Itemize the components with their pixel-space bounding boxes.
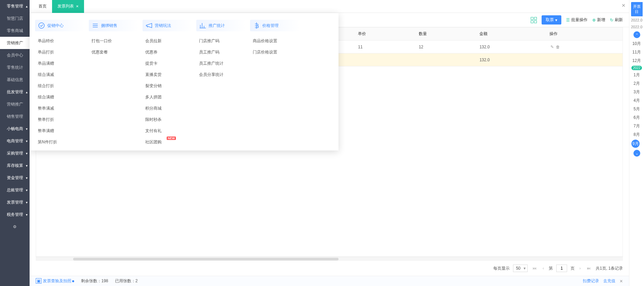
mega-item[interactable]: 员工推广码	[196, 47, 246, 58]
rail-month[interactable]: 1月	[631, 71, 642, 79]
prev-page-button[interactable]: ‹	[541, 266, 545, 271]
svg-point-0	[39, 23, 45, 29]
recharge-link[interactable]: 去充值	[603, 278, 615, 284]
sidebar-item-tax[interactable]: 税务管理▾	[0, 208, 30, 221]
mega-item[interactable]: 单品打折	[35, 47, 85, 58]
chevron-up-icon: ▴	[26, 4, 28, 8]
mega-item[interactable]: 组合满赠	[35, 92, 85, 103]
mega-item[interactable]: 组合满减	[35, 69, 85, 80]
rail-date-1[interactable]: 2022.0	[631, 17, 643, 23]
last-page-button[interactable]: ⏭	[585, 266, 592, 271]
sidebar-item-ws-marketing[interactable]: 营销推广	[0, 98, 30, 110]
sidebar-item-member[interactable]: 会员中心	[0, 49, 30, 61]
sidebar-item-invoice[interactable]: 发票管理▾	[0, 196, 30, 208]
mega-item[interactable]: 组合打折	[35, 80, 85, 92]
mega-item[interactable]: 优惠券	[143, 47, 192, 58]
mega-header-stats: 推广统计	[196, 20, 246, 31]
refresh-button[interactable]: ↻刷新	[610, 17, 623, 23]
page-size-select[interactable]: 50	[513, 265, 528, 272]
rail-month[interactable]: 7月	[631, 122, 642, 130]
sidebar-item-ledger[interactable]: 总账管理▾	[0, 184, 30, 196]
rail-month[interactable]: 12月	[631, 57, 642, 65]
rail-month[interactable]: 11月	[631, 48, 642, 57]
mega-item[interactable]: 优惠套餐	[89, 47, 138, 58]
delete-icon[interactable]: 🗑	[556, 45, 560, 49]
sidebar-item-funds[interactable]: 资金管理▾	[0, 172, 30, 184]
deduct-record-link[interactable]: 扣费记录	[583, 278, 599, 284]
close-all-tabs-icon[interactable]: ✕	[622, 3, 626, 8]
mega-item[interactable]: 门店价格设置	[250, 47, 300, 58]
mega-item[interactable]: 会员拉新	[143, 35, 192, 47]
chevron-down-icon: ▾	[26, 152, 28, 155]
per-page-label: 每页显示	[493, 266, 510, 271]
mega-item[interactable]: 提货卡	[143, 58, 192, 69]
mega-item[interactable]: 单品特价	[35, 35, 85, 47]
add-button[interactable]: ⊕新增	[592, 17, 605, 23]
horizontal-scrollbar[interactable]	[36, 257, 623, 261]
rail-month[interactable]: 4月	[631, 96, 642, 105]
mega-item[interactable]: 直播卖货	[143, 69, 192, 80]
mega-col-promotion: 促销中心单品特价单品打折单品满赠组合满减组合打折组合满赠整单满减整单打折整单满赠…	[33, 20, 87, 147]
edit-icon[interactable]: ✎	[550, 45, 554, 49]
cell-qty: 12	[416, 41, 477, 53]
sidebar-item-purchase[interactable]: 采购管理▾	[0, 147, 30, 159]
mega-item[interactable]: 整单打折	[35, 114, 85, 125]
page-total: 共1页, 1条记录	[596, 266, 623, 271]
rail-month[interactable]: 2月	[631, 79, 642, 88]
tab-invoice-list[interactable]: 发票列表✕	[52, 0, 84, 13]
mega-item[interactable]: 商品价格设置	[250, 35, 300, 47]
mega-item[interactable]: 员工推广统计	[196, 58, 246, 69]
rail-month[interactable]: 6月	[631, 113, 642, 122]
scrollbar-thumb[interactable]	[73, 258, 338, 260]
rail-month[interactable]: 3月	[631, 88, 642, 96]
sidebar-item-basic[interactable]: 基础信息	[0, 74, 30, 86]
mega-item[interactable]: 支付有礼	[143, 125, 192, 137]
rail-month[interactable]: 8月	[631, 130, 642, 139]
sidebar-item-ecom[interactable]: 电商管理▾	[0, 135, 30, 147]
mega-item[interactable]: 单品满赠	[35, 58, 85, 69]
verify-link[interactable]: ▣发票查验及拍照	[36, 278, 74, 284]
mega-header-price: 价格管理	[250, 20, 300, 31]
mega-item[interactable]: 整单满赠	[35, 125, 85, 137]
rail-up-icon[interactable]: ⌃	[633, 31, 640, 38]
sidebar-item-retailmall[interactable]: 零售商城	[0, 25, 30, 37]
sidebar-item-inventory[interactable]: 库存核算▾	[0, 159, 30, 172]
mega-item[interactable]: 会员分享统计	[196, 69, 246, 80]
rail-month[interactable]: 5月	[631, 105, 642, 113]
sidebar-group-retail[interactable]: 零售管理▴	[0, 0, 30, 12]
mega-item[interactable]: 门店推广码	[196, 35, 246, 47]
batch-ops-button[interactable]: ☰批量操作	[566, 17, 588, 23]
rail-year-badge: 2022	[631, 66, 642, 70]
date-rail: 开票日 2022.0 2022.0 ⌃ 10月11月12月20221月2月3月4…	[629, 0, 644, 286]
mega-item[interactable]: 限时秒杀	[143, 114, 192, 125]
col-header: 数量	[416, 28, 477, 41]
rail-month[interactable]: 10月	[631, 39, 642, 48]
mega-item[interactable]: 裂变分销	[143, 80, 192, 92]
mega-item[interactable]: 打包一口价	[89, 35, 138, 47]
sidebar-item-smartstore[interactable]: 智慧门店	[0, 12, 30, 25]
sidebar-item-xc-ecom[interactable]: 小畅电商▾	[0, 123, 30, 135]
rail-date-2[interactable]: 2022.0	[631, 24, 643, 30]
mega-item[interactable]: 第N件打折	[35, 137, 85, 148]
close-icon[interactable]: ✕	[76, 4, 79, 8]
fetch-invoice-button[interactable]: 取票▾	[542, 15, 561, 25]
tab-home[interactable]: 首页	[33, 0, 52, 13]
sidebar-item-ws-sales[interactable]: 销售管理	[0, 110, 30, 123]
footer-close-icon[interactable]: ✕	[620, 279, 623, 284]
mega-header-marketing: 营销玩法	[143, 20, 192, 31]
mega-item[interactable]: 整单满减	[35, 103, 85, 114]
rail-month[interactable]: 9月	[631, 140, 640, 148]
sidebar-item-stats[interactable]: 零售统计	[0, 61, 30, 74]
page-input[interactable]	[556, 265, 567, 272]
sidebar-item-marketing[interactable]: 营销推广	[0, 37, 30, 49]
next-page-button[interactable]: ›	[578, 266, 582, 271]
qr-icon[interactable]	[531, 17, 537, 23]
mega-item[interactable]: 社区团购NEW	[143, 137, 192, 148]
invoice-date-button[interactable]: 开票日	[631, 2, 643, 16]
sidebar-group-wholesale[interactable]: 批发管理▴	[0, 86, 30, 98]
gear-icon[interactable]: ⚙	[0, 221, 30, 233]
first-page-button[interactable]: ⏮	[531, 266, 538, 271]
mega-item[interactable]: 多人拼团	[143, 92, 192, 103]
mega-item[interactable]: 积分商城	[143, 103, 192, 114]
rail-down-icon[interactable]: ⌄	[633, 150, 640, 157]
